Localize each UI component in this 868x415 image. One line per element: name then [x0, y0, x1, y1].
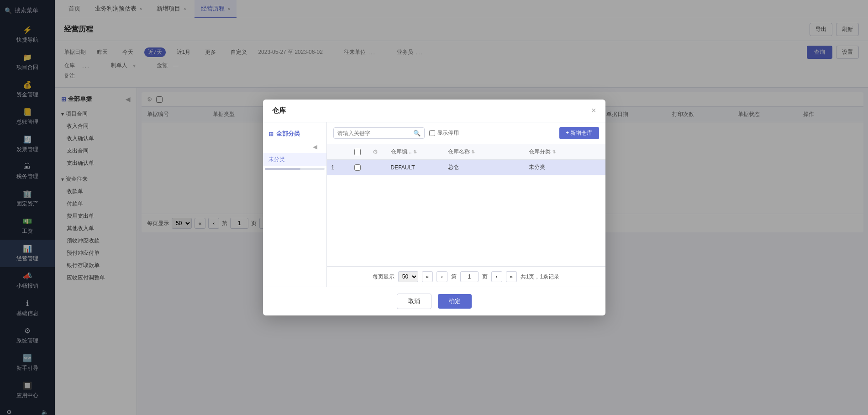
modal-prev-page[interactable]: ‹ [437, 271, 447, 282]
cancel-button[interactable]: 取消 [397, 294, 431, 309]
col-cat-label: 仓库分类 [529, 148, 551, 156]
modal-table-row[interactable]: 1 DEFAULT 总仓 未分类 [327, 160, 605, 175]
modal-th-num [327, 144, 350, 159]
modal-page-size-label: 每页显示 [373, 273, 395, 281]
modal-title: 仓库 [272, 106, 286, 115]
warehouse-modal: 仓库 × ⊞ 全部分类 ◀ 未分类 [263, 100, 605, 315]
all-category-label: 全部分类 [276, 130, 300, 138]
modal-footer-actions: 取消 确定 [263, 287, 605, 315]
grid-icon-modal: ⊞ [268, 131, 274, 137]
modal-td-gear [368, 160, 386, 175]
modal-table-header: ⚙ 仓库编... ⇅ 仓库名称 ⇅ 仓库分类 ⇅ [327, 144, 605, 160]
modal-pagination: 每页显示 50 « ‹ 第 页 › » 共1页，1条记录 [327, 266, 605, 287]
show-disabled-text: 显示停用 [437, 129, 459, 137]
modal-first-page[interactable]: « [422, 271, 433, 282]
modal-left-panel: ⊞ 全部分类 ◀ 未分类 [263, 122, 327, 287]
modal-th-gear: ⚙ [368, 144, 386, 159]
modal-search-box: 🔍 [333, 127, 425, 139]
modal-td-check[interactable] [350, 160, 368, 175]
left-panel-scrollbar[interactable] [265, 168, 325, 170]
add-warehouse-btn[interactable]: + 新增仓库 [559, 127, 599, 139]
modal-page-label: 页 [482, 273, 488, 281]
modal-next-page[interactable]: › [491, 271, 502, 282]
modal-td-code: DEFAULT [386, 160, 443, 175]
modal-th-name: 仓库名称 ⇅ [443, 144, 525, 159]
modal-table-gear[interactable]: ⚙ [373, 148, 378, 155]
modal-body: ⊞ 全部分类 ◀ 未分类 [263, 122, 605, 287]
modal-th-code: 仓库编... ⇅ [386, 144, 443, 159]
scrollbar-thumb [265, 168, 301, 170]
modal-collapse-btn[interactable]: ◀ [307, 141, 323, 153]
modal-table: ⚙ 仓库编... ⇅ 仓库名称 ⇅ 仓库分类 ⇅ [327, 144, 605, 266]
col-code-sort[interactable]: ⇅ [413, 149, 417, 154]
modal-select-all[interactable] [354, 149, 361, 155]
modal-search-input[interactable] [337, 130, 413, 137]
modal-all-category[interactable]: ⊞ 全部分类 [263, 127, 326, 141]
show-disabled-checkbox[interactable] [429, 130, 435, 136]
modal-overlay: 仓库 × ⊞ 全部分类 ◀ 未分类 [0, 0, 868, 415]
confirm-button[interactable]: 确定 [438, 294, 472, 309]
modal-page-input[interactable] [460, 271, 479, 282]
modal-page-size-select[interactable]: 50 [398, 271, 418, 282]
modal-th-category: 仓库分类 ⇅ [524, 144, 605, 159]
modal-close-btn[interactable]: × [591, 106, 596, 116]
modal-total: 共1页，1条记录 [521, 273, 559, 281]
col-code-label: 仓库编... [391, 148, 412, 156]
modal-header: 仓库 × [263, 100, 605, 122]
modal-last-page[interactable]: » [506, 271, 517, 282]
col-name-label: 仓库名称 [448, 148, 470, 156]
modal-td-name: 总仓 [443, 160, 525, 175]
modal-toolbar: 🔍 显示停用 + 新增仓库 [327, 122, 605, 144]
modal-uncategorized[interactable]: 未分类 [263, 153, 326, 166]
show-disabled-label[interactable]: 显示停用 [429, 129, 459, 137]
modal-page-num-label: 第 [451, 273, 457, 281]
modal-td-category: 未分类 [524, 160, 605, 175]
modal-search-icon: 🔍 [413, 130, 421, 137]
modal-right-panel: 🔍 显示停用 + 新增仓库 [327, 122, 605, 287]
modal-td-num: 1 [327, 160, 350, 175]
row-checkbox-1[interactable] [354, 164, 361, 171]
col-cat-sort[interactable]: ⇅ [552, 149, 556, 154]
col-name-sort[interactable]: ⇅ [471, 149, 475, 154]
modal-th-check [350, 144, 368, 159]
